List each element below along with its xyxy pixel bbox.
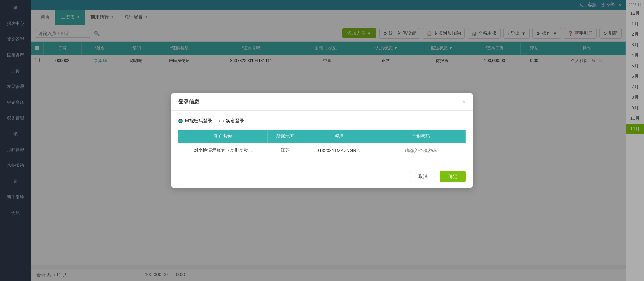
confirm-button[interactable]: 确定 bbox=[440, 171, 466, 182]
radio-password-input[interactable] bbox=[178, 119, 183, 123]
dialog-close-button[interactable]: × bbox=[462, 98, 466, 105]
radio-realname-login[interactable]: 实名登录 bbox=[219, 118, 244, 124]
dialog-row-tax-no: 91320811MA7NGR2... bbox=[303, 143, 376, 158]
dialog-header: 登录信息 × bbox=[171, 93, 473, 111]
dialog-th-tax-no: 税号 bbox=[303, 130, 376, 143]
radio-realname-input[interactable] bbox=[219, 119, 224, 123]
dialog-row-name: 刘小艳演示账套（勿删勿动... bbox=[178, 143, 267, 158]
dialog-row-password-cell bbox=[376, 143, 466, 158]
dialog-table-row: 刘小艳演示账套（勿删勿动... 江苏 91320811MA7NGR2... bbox=[178, 143, 466, 158]
cancel-button[interactable]: 取消 bbox=[410, 171, 436, 182]
login-info-dialog: 登录信息 × 申报密码登录 实名登录 bbox=[171, 93, 473, 188]
dialog-overlay: 登录信息 × 申报密码登录 实名登录 bbox=[0, 0, 644, 281]
radio-realname-label: 实名登录 bbox=[226, 118, 244, 124]
dialog-body: 申报密码登录 实名登录 客户名称 所属地区 税号 个税密码 bbox=[171, 111, 473, 165]
dialog-th-region: 所属地区 bbox=[267, 130, 303, 143]
dialog-footer: 取消 确定 bbox=[171, 165, 473, 188]
dialog-th-name: 客户名称 bbox=[178, 130, 267, 143]
radio-password-label: 申报密码登录 bbox=[185, 118, 212, 124]
password-input[interactable] bbox=[380, 148, 462, 153]
dialog-table-header: 客户名称 所属地区 税号 个税密码 bbox=[178, 130, 466, 143]
dialog-title: 登录信息 bbox=[178, 98, 199, 105]
login-type-radio-group: 申报密码登录 实名登录 bbox=[178, 118, 466, 124]
radio-password-login[interactable]: 申报密码登录 bbox=[178, 118, 212, 124]
dialog-row-region: 江苏 bbox=[267, 143, 303, 158]
dialog-th-password: 个税密码 bbox=[376, 130, 466, 143]
login-info-table: 客户名称 所属地区 税号 个税密码 刘小艳演示账套（勿删勿动... 江苏 913… bbox=[178, 130, 466, 158]
